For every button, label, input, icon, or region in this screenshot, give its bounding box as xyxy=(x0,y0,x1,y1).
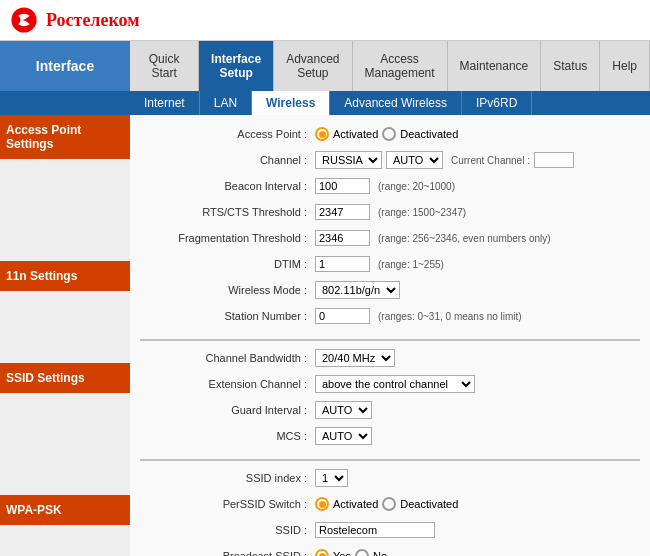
label-mcs: MCS : xyxy=(140,430,315,442)
input-frag-threshold[interactable] xyxy=(315,230,370,246)
row-rts-threshold: RTS/CTS Threshold : (range: 1500~2347) xyxy=(140,201,640,223)
label-activated: Activated xyxy=(333,128,378,140)
label-broadcast-yes: Yes xyxy=(333,550,351,556)
select-guard-interval[interactable]: AUTO xyxy=(315,401,372,419)
select-ssid-index[interactable]: 1 xyxy=(315,469,348,487)
input-station-number[interactable] xyxy=(315,308,370,324)
radio-activated-btn[interactable] xyxy=(315,127,329,141)
value-access-point: Activated Deactivated xyxy=(315,127,458,141)
hint-rts-threshold: (range: 1500~2347) xyxy=(378,207,466,218)
input-rts-threshold[interactable] xyxy=(315,204,370,220)
header: Ростелеком Interface Quick Start Interfa… xyxy=(0,0,650,115)
subnav-advanced-wireless[interactable]: Advanced Wireless xyxy=(330,91,462,115)
row-extension-channel: Extension Channel : above the control ch… xyxy=(140,373,640,395)
input-dtim[interactable] xyxy=(315,256,370,272)
label-deactivated: Deactivated xyxy=(400,128,458,140)
label-station-number: Station Number : xyxy=(140,310,315,322)
nav-access-management[interactable]: AccessManagement xyxy=(353,41,448,91)
input-ssid[interactable] xyxy=(315,522,435,538)
row-access-point: Access Point : Activated Deactivated xyxy=(140,123,640,145)
value-ssid xyxy=(315,522,435,538)
sidebar: Access Point Settings 11n Settings SSID … xyxy=(0,115,130,556)
value-channel-bandwidth: 20/40 MHz xyxy=(315,349,395,367)
access-point-section: Access Point : Activated Deactivated Cha… xyxy=(140,123,640,327)
label-channel-bandwidth: Channel Bandwidth : xyxy=(140,352,315,364)
select-channel-country[interactable]: RUSSIA xyxy=(315,151,382,169)
row-channel-bandwidth: Channel Bandwidth : 20/40 MHz xyxy=(140,347,640,369)
radio-broadcast-no-btn[interactable] xyxy=(355,549,369,556)
sub-nav: Internet LAN Wireless Advanced Wireless … xyxy=(0,91,650,115)
value-rts-threshold: (range: 1500~2347) xyxy=(315,204,466,220)
nav-interface-setup[interactable]: InterfaceSetup xyxy=(199,41,274,91)
label-extension-channel: Extension Channel : xyxy=(140,378,315,390)
select-extension-channel[interactable]: above the control channel xyxy=(315,375,475,393)
hint-station-number: (ranges: 0~31, 0 means no limit) xyxy=(378,311,522,322)
label-rts-threshold: RTS/CTS Threshold : xyxy=(140,206,315,218)
input-beacon-interval[interactable] xyxy=(315,178,370,194)
value-perssid-switch: Activated Deactivated xyxy=(315,497,458,511)
nav-help[interactable]: Help xyxy=(600,41,650,91)
value-extension-channel: above the control channel xyxy=(315,375,475,393)
nav-quick-start[interactable]: Quick Start xyxy=(130,41,199,91)
sidebar-11n-settings[interactable]: 11n Settings xyxy=(0,261,130,291)
label-frag-threshold: Fragmentation Threshold : xyxy=(140,232,315,244)
label-broadcast-ssid: Broadcast SSID : xyxy=(140,550,315,556)
select-channel-auto[interactable]: AUTO xyxy=(386,151,443,169)
subnav-wireless[interactable]: Wireless xyxy=(252,91,330,115)
select-channel-bandwidth[interactable]: 20/40 MHz xyxy=(315,349,395,367)
value-guard-interval: AUTO xyxy=(315,401,372,419)
11n-section: Channel Bandwidth : 20/40 MHz Extension … xyxy=(140,347,640,447)
top-nav: Interface Quick Start InterfaceSetup Adv… xyxy=(0,41,650,91)
row-wireless-mode: Wireless Mode : 802.11b/g/n xyxy=(140,279,640,301)
value-frag-threshold: (range: 256~2346, even numbers only) xyxy=(315,230,551,246)
label-ssid-index: SSID index : xyxy=(140,472,315,484)
label-wireless-mode: Wireless Mode : xyxy=(140,284,315,296)
label-beacon-interval: Beacon Interval : xyxy=(140,180,315,192)
nav-items: Quick Start InterfaceSetup AdvancedSetup… xyxy=(130,41,650,91)
input-current-channel[interactable] xyxy=(534,152,574,168)
nav-maintenance[interactable]: Maintenance xyxy=(448,41,542,91)
subnav-internet[interactable]: Internet xyxy=(130,91,200,115)
nav-status[interactable]: Status xyxy=(541,41,600,91)
main: Access Point Settings 11n Settings SSID … xyxy=(0,115,650,556)
hint-beacon-interval: (range: 20~1000) xyxy=(378,181,455,192)
label-ssid: SSID : xyxy=(140,524,315,536)
hint-current-channel: Current Channel : xyxy=(451,155,530,166)
row-beacon-interval: Beacon Interval : (range: 20~1000) xyxy=(140,175,640,197)
content: Access Point : Activated Deactivated Cha… xyxy=(130,115,650,556)
value-station-number: (ranges: 0~31, 0 means no limit) xyxy=(315,308,522,324)
radio-deactivated-btn[interactable] xyxy=(382,127,396,141)
sidebar-ssid-settings[interactable]: SSID Settings xyxy=(0,363,130,393)
radio-perssid-activated-btn[interactable] xyxy=(315,497,329,511)
row-station-number: Station Number : (ranges: 0~31, 0 means … xyxy=(140,305,640,327)
sidebar-access-point-settings[interactable]: Access Point Settings xyxy=(0,115,130,159)
sidebar-wpa-psk[interactable]: WPA-PSK xyxy=(0,495,130,525)
label-perssid-switch: PerSSID Switch : xyxy=(140,498,315,510)
hint-frag-threshold: (range: 256~2346, even numbers only) xyxy=(378,233,551,244)
label-access-point: Access Point : xyxy=(140,128,315,140)
label-perssid-deactivated: Deactivated xyxy=(400,498,458,510)
nav-advanced-setup[interactable]: AdvancedSetup xyxy=(274,41,352,91)
radio-perssid-deactivated-btn[interactable] xyxy=(382,497,396,511)
radio-broadcast-yes-btn[interactable] xyxy=(315,549,329,556)
row-frag-threshold: Fragmentation Threshold : (range: 256~23… xyxy=(140,227,640,249)
row-perssid-switch: PerSSID Switch : Activated Deactivated xyxy=(140,493,640,515)
select-mcs[interactable]: AUTO xyxy=(315,427,372,445)
label-perssid-activated: Activated xyxy=(333,498,378,510)
subnav-lan[interactable]: LAN xyxy=(200,91,252,115)
row-ssid-index: SSID index : 1 xyxy=(140,467,640,489)
row-mcs: MCS : AUTO xyxy=(140,425,640,447)
value-channel: RUSSIA AUTO Current Channel : xyxy=(315,151,574,169)
label-guard-interval: Guard Interval : xyxy=(140,404,315,416)
select-wireless-mode[interactable]: 802.11b/g/n xyxy=(315,281,400,299)
row-dtim: DTIM : (range: 1~255) xyxy=(140,253,640,275)
label-dtim: DTIM : xyxy=(140,258,315,270)
ssid-section: SSID index : 1 PerSSID Switch : Activate… xyxy=(140,467,640,556)
row-guard-interval: Guard Interval : AUTO xyxy=(140,399,640,421)
row-broadcast-ssid: Broadcast SSID : Yes No xyxy=(140,545,640,556)
value-mcs: AUTO xyxy=(315,427,372,445)
label-broadcast-no: No xyxy=(373,550,387,556)
divider-2 xyxy=(140,459,640,461)
row-ssid: SSID : xyxy=(140,519,640,541)
subnav-ipv6rd[interactable]: IPv6RD xyxy=(462,91,532,115)
